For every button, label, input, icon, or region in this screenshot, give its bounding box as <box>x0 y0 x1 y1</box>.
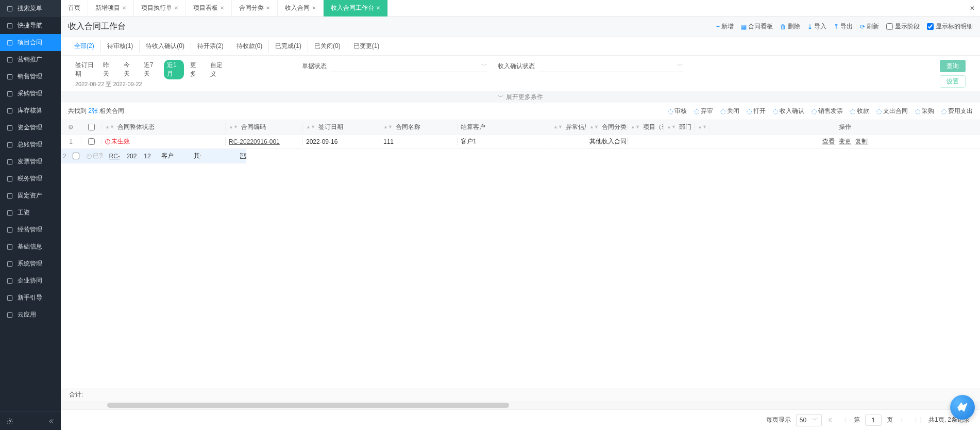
filter-confirm-dropdown[interactable]: ﹀ <box>538 60 683 72</box>
page-first-icon[interactable]: K <box>827 417 834 424</box>
action-import[interactable]: ⤓导入 <box>807 22 826 31</box>
table-action[interactable]: ◌收入确认 <box>773 107 804 115</box>
op-copy[interactable]: 复制 <box>855 137 868 146</box>
page-next-icon[interactable]: 〉 <box>898 416 907 424</box>
tab-close-icon[interactable]: ✕ <box>266 5 270 11</box>
date-opt-yesterday[interactable]: 昨天 <box>100 60 117 79</box>
settings-button[interactable]: 设置 <box>940 75 966 88</box>
assistant-badge[interactable] <box>950 395 975 420</box>
action-export[interactable]: ⤒导出 <box>834 22 853 31</box>
op-change[interactable]: 变更 <box>839 137 851 146</box>
col-code[interactable]: ▲▼合同编码 <box>226 123 303 131</box>
table-action[interactable]: ◌审核 <box>668 107 687 115</box>
table-action[interactable]: ◌关闭 <box>720 107 739 115</box>
tab-close-icon[interactable]: ✕ <box>376 5 380 11</box>
table-action[interactable]: ◌支出合同 <box>876 107 908 115</box>
sidebar-item-box[interactable]: 库存核算 <box>0 102 61 119</box>
tab-close-icon[interactable]: ✕ <box>122 5 126 11</box>
sidebar-item-salary[interactable]: 工资 <box>0 204 61 221</box>
row-checkbox[interactable] <box>72 153 80 159</box>
action-delete[interactable]: 🗑删除 <box>780 22 800 31</box>
tab-close-icon[interactable]: ✕ <box>174 5 178 11</box>
query-button[interactable]: 查询 <box>940 60 966 72</box>
sidebar-item-biz[interactable]: 经营管理 <box>0 221 61 238</box>
sidebar-item-home[interactable]: 快捷导航 <box>0 17 61 34</box>
table-row[interactable]: 2已完成 未开票 RC-20220822-0012022-08-2212客户1其… <box>61 149 246 163</box>
sidebar-item-coop[interactable]: 企业协同 <box>0 272 61 289</box>
close-all-tabs[interactable]: ✕ <box>965 5 980 12</box>
table-action[interactable]: ◌收款 <box>850 107 869 115</box>
col-status[interactable]: ▲▼合同整体状态 <box>102 123 226 131</box>
date-opt-7d[interactable]: 近7天 <box>141 60 161 79</box>
action-view-board[interactable]: ▦合同看板 <box>741 22 773 31</box>
sidebar-item-search[interactable]: 搜索菜单 <box>0 0 61 17</box>
col-abnormal[interactable]: ▲▼异常信息 <box>550 123 586 131</box>
filter-status-dropdown[interactable]: ﹀ <box>330 60 487 72</box>
col-checkbox-all[interactable] <box>81 124 102 130</box>
table-action[interactable]: ◌采购 <box>915 107 934 115</box>
subtab[interactable]: 待收款(0) <box>230 40 269 53</box>
table-action[interactable]: ◌打开 <box>747 107 766 115</box>
subtab[interactable]: 待收入确认(0) <box>140 40 191 53</box>
sidebar-item-sys[interactable]: 系统管理 <box>0 255 61 272</box>
row-checkbox[interactable] <box>81 138 102 145</box>
sidebar-item-cart[interactable]: 销售管理 <box>0 68 61 85</box>
tab-close-icon[interactable]: ✕ <box>312 5 316 11</box>
subtab[interactable]: 已变更(1) <box>347 40 386 53</box>
subtab[interactable]: 待开票(2) <box>191 40 230 53</box>
horizontal-scrollbar[interactable] <box>61 401 980 409</box>
tab-项目看板[interactable]: 项目看板✕ <box>186 0 232 16</box>
subtab[interactable]: 已完成(1) <box>269 40 308 53</box>
op-view[interactable]: 查看 <box>822 137 835 146</box>
sidebar-item-asset[interactable]: 固定资产 <box>0 187 61 204</box>
tab-close-icon[interactable]: ✕ <box>220 5 224 11</box>
sidebar-item-ledger[interactable]: 总账管理 <box>0 136 61 153</box>
sidebar-item-info[interactable]: 基础信息 <box>0 238 61 255</box>
sidebar-item-bag[interactable]: 采购管理 <box>0 85 61 102</box>
tab-合同分类[interactable]: 合同分类✕ <box>232 0 278 16</box>
checkbox-show-stage[interactable]: 显示阶段 <box>886 22 920 31</box>
tab-项目执行单[interactable]: 项目执行单✕ <box>134 0 186 16</box>
sidebar-item-tax[interactable]: 税务管理 <box>0 170 61 187</box>
table-action[interactable]: ◌弃审 <box>694 107 713 115</box>
action-new[interactable]: +新增 <box>716 22 734 31</box>
table-action[interactable]: ◌销售发票 <box>812 107 843 115</box>
date-opt-more[interactable]: 更多 <box>187 60 204 79</box>
col-dept[interactable]: ▲▼部门 <box>664 123 695 131</box>
table-action[interactable]: ◌费用支出 <box>941 107 973 115</box>
subtab[interactable]: 全部(2) <box>68 40 101 53</box>
gear-icon[interactable] <box>6 418 13 425</box>
date-opt-custom[interactable]: 自定义 <box>207 60 230 79</box>
tab-新增项目[interactable]: 新增项目✕ <box>88 0 134 16</box>
collapse-icon[interactable] <box>47 418 55 425</box>
tab-收入合同工作台[interactable]: 收入合同工作台✕ <box>324 0 388 16</box>
tab-收入合同[interactable]: 收入合同✕ <box>278 0 324 16</box>
row-code[interactable]: RC-20220916-001 <box>226 138 303 145</box>
action-refresh[interactable]: ⟳刷新 <box>860 22 879 31</box>
table-row[interactable]: 1未生效 RC-20220916-0012022-09-16111客户1其他收入… <box>61 135 980 149</box>
tab-首页[interactable]: 首页 <box>61 0 88 16</box>
col-project[interactable]: ▲▼项目（表… <box>628 123 664 131</box>
col-settings-icon[interactable]: ⚙ <box>61 124 81 131</box>
sidebar-item-guide[interactable]: 新手引导 <box>0 289 61 306</box>
page-number-input[interactable] <box>865 415 882 426</box>
sidebar-item-coin[interactable]: 资金管理 <box>0 119 61 136</box>
page-size-select[interactable]: 50﹀ <box>796 414 822 426</box>
sidebar-item-invoice[interactable]: 发票管理 <box>0 153 61 170</box>
col-biz[interactable]: ▲▼业务 <box>695 123 710 131</box>
date-opt-1m[interactable]: 近1月 <box>164 60 184 79</box>
subtab[interactable]: 已关闭(0) <box>308 40 347 53</box>
checkbox-show-detail[interactable]: 显示标的明细 <box>927 22 973 31</box>
date-opt-today[interactable]: 今天 <box>121 60 138 79</box>
page-prev-icon[interactable]: 〈 <box>839 416 849 424</box>
col-name[interactable]: ▲▼合同名称 <box>380 123 458 131</box>
sidebar-item-doc[interactable]: 项目合同 <box>0 34 61 51</box>
sidebar-item-megaphone[interactable]: 营销推广 <box>0 51 61 68</box>
sidebar-item-cloud[interactable]: 云应用 <box>0 306 61 323</box>
col-category[interactable]: ▲▼合同分类 <box>586 123 628 131</box>
expand-filters[interactable]: ﹀展开更多条件 <box>61 91 980 103</box>
col-date[interactable]: ▲▼签订日期 <box>303 123 380 131</box>
op-change[interactable]: 变更 <box>240 152 246 160</box>
subtab[interactable]: 待审核(1) <box>101 40 140 53</box>
page-last-icon[interactable]: 〉| <box>913 416 923 424</box>
